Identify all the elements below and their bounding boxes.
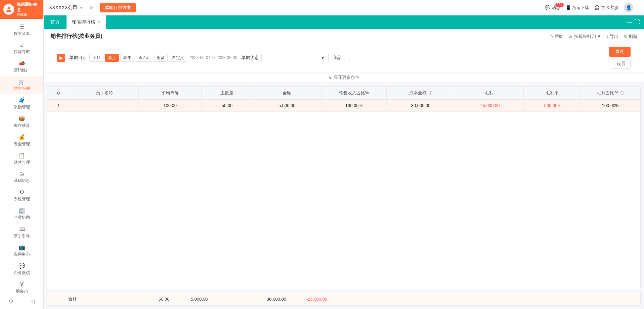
purchase-icon: 🧳: [18, 97, 25, 103]
td-index: 1: [47, 100, 70, 112]
settings-button[interactable]: 设置: [612, 59, 631, 69]
member-icon: V: [20, 281, 24, 287]
sidebar-item-inventory[interactable]: 📦 库存核算: [0, 113, 43, 131]
tab-close-icon[interactable]: ×: [98, 20, 100, 24]
td-gross: -25,000.00: [455, 100, 524, 112]
th-gross: 毛利: [455, 87, 524, 100]
sidebar-item-wechat[interactable]: 💬 企业微信: [0, 260, 43, 278]
online-support-button[interactable]: 🎧 在线客服: [594, 5, 618, 11]
tab-minimize-button[interactable]: —: [627, 19, 632, 25]
sidebar-item-sales[interactable]: 🛒 销售管理: [0, 76, 43, 94]
logo-icon: [3, 4, 14, 15]
status-select-arrow: ▼: [320, 55, 325, 60]
table-header-row: ⚙ 员工名称 平均单价 主数量 全额: [47, 87, 640, 100]
topbar-actions: 💬 消息 99+ 📱 App下载 🎧 在线客服 👤: [545, 3, 639, 12]
footer-amount: 5,000.00: [179, 297, 219, 302]
date-this-month-button[interactable]: 本月: [105, 54, 119, 62]
filter-toggle-button[interactable]: ▶: [57, 54, 65, 62]
sidebar-logo: 畅康通好生意 标准版: [0, 0, 43, 19]
sidebar-item-member[interactable]: V 畅会员: [0, 278, 43, 293]
th-avg-price: 平均单价: [139, 87, 202, 100]
page-header: 销售排行榜(按业务员) ? 帮助 🖨 按模板打印 ▼ ↑ 导出: [44, 29, 644, 72]
date-filter-group: 单据日期 上月 本月 本年 近7天 更多 自定义 2023-06-01 至 20…: [69, 54, 237, 62]
status-filter-label: 单据状态: [241, 55, 259, 61]
print-icon: 🖨: [569, 34, 573, 39]
th-main-qty: 主数量: [202, 87, 253, 100]
date-range-buttons: 上月 本月 本年 近7天 更多 自定义: [89, 54, 187, 62]
export-icon: ↑: [607, 34, 609, 39]
date-range-text: 2023-06-01 至 2023-06-30: [190, 55, 237, 61]
sidebar-item-search-order[interactable]: ☰ 搜索菜单: [0, 21, 43, 39]
svg-point-0: [7, 7, 10, 9]
print-button[interactable]: 🖨 按模板打印 ▼: [569, 34, 601, 40]
sidebar-item-enterprise[interactable]: 🏢 企业协同: [0, 205, 43, 223]
th-sales-pct: 销售收入占比%: [321, 87, 387, 100]
filter-buttons: 查询 设置: [609, 47, 631, 69]
sidebar-item-finance[interactable]: 💰 资金管理: [0, 131, 43, 150]
trial-button[interactable]: 体验行业方案: [100, 3, 136, 12]
td-sales-pct: 100.00%: [321, 100, 387, 112]
td-avg-price: 100.00: [139, 100, 202, 112]
content-area: 销售排行榜(按业务员) ? 帮助 🖨 按模板打印 ▼ ↑ 导出: [44, 29, 644, 309]
footer-label: 合计: [51, 296, 112, 302]
sidebar-item-base-info[interactable]: 🗂 基础信息: [0, 168, 43, 186]
tab-maximize-button[interactable]: ⛶: [635, 19, 640, 25]
tabbar-actions: — ⛶: [627, 19, 644, 25]
app-download-label: App下载: [572, 5, 589, 11]
sidebar-settings-button[interactable]: ⚙: [7, 297, 15, 306]
sidebar-collapse-button[interactable]: ◁: [29, 297, 36, 306]
avatar[interactable]: 👤: [624, 3, 633, 12]
sidebar-item-purchase[interactable]: 🧳 采购管理: [0, 94, 43, 113]
app-download-icon: 📱: [566, 5, 571, 10]
topbar-gear-icon[interactable]: ⚙: [89, 4, 93, 11]
page-title: 销售排行榜(按业务员): [50, 33, 102, 40]
date-this-year-button[interactable]: 本年: [120, 54, 134, 62]
sidebar-item-app-center[interactable]: 📺 应用中心: [0, 242, 43, 260]
status-select[interactable]: ▼: [261, 54, 329, 62]
sidebar-item-quick-nav[interactable]: ⌂ 快捷导航: [0, 39, 43, 57]
expand-row: ∨ 展开更多条件: [44, 72, 644, 83]
sidebar: 畅康通好生意 标准版 ☰ 搜索菜单 ⌂ 快捷导航 📣 营销推广 🛒 销售管理 🧳…: [0, 0, 44, 309]
date-more-button[interactable]: 更多: [154, 54, 168, 62]
sidebar-footer: ⚙ ◁: [0, 293, 43, 309]
table-container: ⚙ 员工名称 平均单价 主数量 全额: [47, 86, 641, 289]
query-button[interactable]: 查询: [609, 47, 631, 57]
message-button[interactable]: 💬 消息 99+: [545, 5, 560, 11]
chevron-down-icon: ∨: [329, 75, 332, 80]
expand-more-button[interactable]: ∨ 展开更多条件: [329, 74, 359, 81]
base-info-icon: 🗂: [19, 171, 25, 177]
goods-filter-group: 商品 ...: [333, 54, 411, 62]
online-support-label: 在线客服: [601, 5, 618, 11]
company-dropdown-icon: ▼: [79, 5, 83, 10]
th-amount: 全额: [253, 87, 321, 100]
export-button[interactable]: ↑ 导出: [607, 34, 619, 40]
main-area: XXXXXX公司 ▼ ⚙ 体验行业方案 💬 消息 99+ 📱 App下载 🎧 在…: [44, 0, 644, 309]
tab-sales-ranking[interactable]: 销售排行榜 ×: [67, 15, 106, 29]
company-name: XXXXXX公司: [49, 5, 77, 11]
help-icon: ?: [551, 34, 553, 39]
sidebar-item-operation[interactable]: 📋 经营管理: [0, 150, 43, 168]
sales-ranking-table: ⚙ 员工名称 平均单价 主数量 全额: [47, 87, 640, 112]
gpct-info-icon: ⓘ: [620, 91, 624, 95]
table-footer: 合计 50.00 5,000.00 30,000.00 -25,000.00: [47, 293, 641, 306]
goods-select[interactable]: ...: [344, 54, 411, 62]
filter-row: ▶ 单据日期 上月 本月 本年 近7天 更多 自定义 2023-06-01 至 …: [50, 44, 637, 72]
th-employee-name: 员工名称: [70, 87, 139, 100]
th-gross-rate: 毛利率: [523, 87, 581, 100]
date-prev-month-button[interactable]: 上月: [89, 54, 103, 62]
refresh-button[interactable]: ↻ 刷新: [624, 34, 637, 40]
td-employee-name: [70, 100, 139, 112]
app-download-button[interactable]: 📱 App下载: [566, 5, 589, 11]
sidebar-item-marketing[interactable]: 📣 营销推广: [0, 57, 43, 76]
date-7days-button[interactable]: 近7天: [136, 54, 152, 62]
sidebar-item-guide[interactable]: 📖 新手引导: [0, 223, 43, 242]
help-button[interactable]: ? 帮助: [551, 34, 563, 40]
tab-home[interactable]: 首页: [44, 15, 67, 29]
td-main-qty: 50.00: [202, 100, 253, 112]
company-selector[interactable]: XXXXXX公司 ▼: [49, 5, 83, 11]
logo-text: 畅康通好生意 标准版: [17, 2, 40, 17]
date-custom-button[interactable]: 自定义: [169, 54, 187, 62]
sidebar-item-system[interactable]: ⚙ 系统管理: [0, 186, 43, 205]
guide-icon: 📖: [18, 226, 25, 232]
print-dropdown-icon: ▼: [597, 34, 601, 39]
